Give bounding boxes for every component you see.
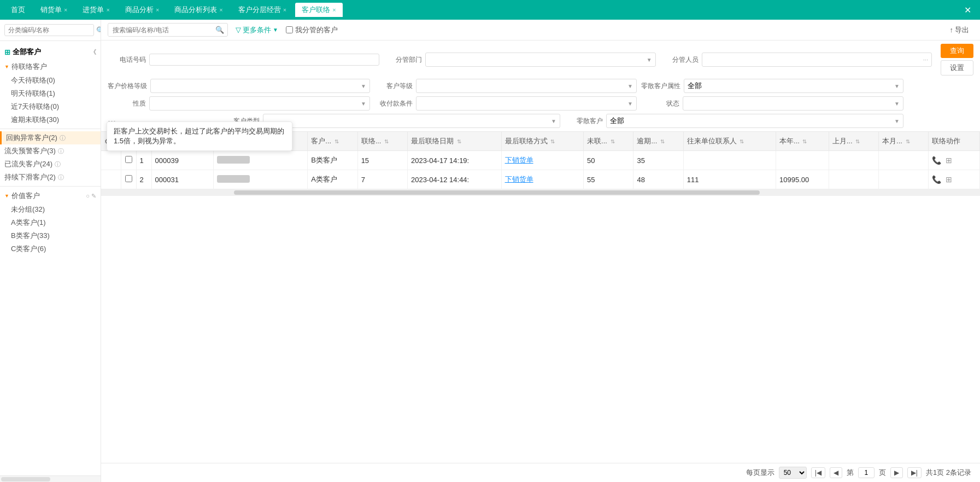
sidebar-item-tomorrow-pending[interactable]: 明天待联络(1) — [0, 87, 101, 100]
th-last-month[interactable]: 上月... ⇅ — [829, 132, 878, 151]
nav-tab-purchase[interactable]: 进货单 × — [76, 3, 116, 17]
dept-select[interactable]: ▼ — [425, 53, 655, 67]
nav-tab-analysis-list[interactable]: 商品分析列表 × — [168, 3, 229, 17]
nav-tab-analysis-label: 商品分析 — [125, 5, 154, 15]
sidebar-all-customers[interactable]: ⊞ 全部客户 《 — [0, 44, 101, 60]
nav-tab-customer-contact-close[interactable]: × — [332, 7, 336, 13]
payment-select[interactable]: ▼ — [416, 96, 637, 111]
action-icons-2: 📞 ⊞ — [932, 175, 976, 184]
customer-type-select[interactable]: ▼ — [263, 114, 560, 128]
nav-tab-analysis[interactable]: 商品分析 × — [119, 3, 166, 17]
settings-button[interactable]: 设置 — [941, 60, 973, 76]
nav-tab-analysis-list-close[interactable]: × — [219, 7, 222, 13]
valuable-customers-section[interactable]: ▼ 价值客户 ○ ✎ — [0, 189, 101, 203]
customer-level-select[interactable]: ▼ — [416, 79, 637, 93]
sidebar-horizontal-scroll[interactable] — [0, 475, 101, 482]
pending-contact-section[interactable]: ▼ 待联络客户 — [0, 60, 101, 74]
retail-customer-value: 全部 — [610, 116, 624, 126]
advanced-filters: 电话号码 分管部门 ▼ 分管人员 ··· — [101, 40, 980, 132]
sidebar-tree: ⊞ 全部客户 《 ▼ 待联络客户 今天待联络(0) 明天待联络(1) 近7天待联… — [0, 41, 101, 475]
action-icon-grid-2[interactable]: ⊞ — [946, 175, 952, 184]
sidebar-item-lost-customers[interactable]: 已流失客户(24) ⓘ — [0, 158, 101, 171]
action-icon-grid-1[interactable]: ⊞ — [946, 156, 952, 165]
status-select[interactable]: ▼ — [683, 96, 903, 111]
retail-customer-select[interactable]: 全部 ▼ — [606, 114, 903, 128]
nav-tab-purchase-close[interactable]: × — [106, 7, 109, 13]
edit-icon[interactable]: ○ ✎ — [86, 193, 96, 200]
th-this-month[interactable]: 本月... ⇅ — [879, 132, 929, 151]
query-button[interactable]: 查询 — [941, 44, 973, 58]
sidebar-item-today-pending[interactable]: 今天待联络(0) — [0, 74, 101, 87]
valuable-label: 价值客户 — [11, 191, 40, 201]
page-number-input[interactable] — [858, 467, 875, 478]
th-contact[interactable]: 联络... ⇅ — [357, 132, 407, 151]
my-customers-checkbox-label[interactable]: 我分管的客户 — [286, 25, 338, 35]
td-date-1: 2023-04-17 14:19: — [407, 151, 501, 170]
filter-dept-field: 分管部门 ▼ — [384, 53, 655, 67]
th-this-year[interactable]: 本年... ⇅ — [776, 132, 829, 151]
td-settings-2 — [101, 170, 121, 189]
left-sidebar: 🔍 ⊞ 全部客户 《 ▼ 待联络客户 今天待联络(0) 明天待联络(1) — [0, 20, 101, 482]
filter-retail-attr-field: 零散客户属性 全部 ▼ — [641, 79, 903, 93]
nav-tab-customer-tier[interactable]: 客户分层经营 × — [232, 3, 293, 17]
nav-tab-customer-contact[interactable]: 客户联络 × — [295, 3, 342, 17]
th-overdue[interactable]: 逾期... ⇅ — [633, 132, 683, 151]
phone-input[interactable] — [149, 54, 379, 66]
sidebar-item-c-class[interactable]: C类客户(6) — [0, 242, 101, 255]
export-button[interactable]: ↑ 导出 — [946, 24, 974, 37]
person-label: 分管人员 — [660, 55, 699, 65]
horizontal-scrollbar[interactable] — [101, 189, 980, 196]
last-page-button[interactable]: ▶| — [907, 467, 922, 478]
action-icon-phone-1[interactable]: 📞 — [932, 156, 941, 165]
th-last-contact-method[interactable]: 最后联络方式 ⇅ — [501, 132, 584, 151]
method-link-2[interactable]: 下销货单 — [505, 175, 533, 183]
sidebar-item-b-class[interactable]: B类客户(33) — [0, 229, 101, 242]
nav-tab-analysis-close[interactable]: × — [156, 7, 159, 13]
method-link-1[interactable]: 下销货单 — [505, 156, 533, 164]
nav-tab-sales-close[interactable]: × — [64, 7, 67, 13]
sort-contact-icon: ⇅ — [384, 138, 389, 144]
gender-select[interactable]: ▼ — [149, 96, 370, 111]
sidebar-item-overdue-contact[interactable]: 逾期未联络(30) — [0, 113, 101, 126]
prev-page-button[interactable]: ◀ — [830, 467, 842, 478]
td-checkbox-1 — [121, 151, 136, 170]
sidebar-item-7days-pending[interactable]: 近7天待联络(0) — [0, 100, 101, 113]
next-page-button[interactable]: ▶ — [890, 467, 903, 478]
th-no-contact[interactable]: 未联... ⇅ — [584, 132, 633, 151]
filter-row-3: 性质 ▼ 收付款条件 ▼ 状态 — [108, 96, 973, 111]
sidebar-item-declining[interactable]: 持续下滑客户(2) ⓘ — [0, 171, 101, 184]
nav-tab-customer-tier-close[interactable]: × — [283, 7, 286, 13]
sidebar-search-icon[interactable]: 🔍 — [96, 26, 101, 34]
th-unit-contact[interactable]: 往来单位联系人 ⇅ — [683, 132, 776, 151]
sidebar-search-input[interactable] — [4, 24, 94, 36]
sidebar-item-unclassified[interactable]: 未分组(32) — [0, 203, 101, 216]
sidebar-item-a-class[interactable]: A类客户(1) — [0, 216, 101, 229]
retail-attr-select[interactable]: 全部 ▼ — [684, 79, 903, 93]
person-select[interactable]: ··· — [702, 53, 932, 67]
action-icons-1: 📞 ⊞ — [932, 156, 976, 165]
my-customers-checkbox[interactable] — [286, 26, 293, 33]
search-input[interactable] — [108, 24, 212, 36]
sort-unitcontact-icon: ⇅ — [740, 138, 744, 144]
sidebar-item-lost-warn[interactable]: 流失预警客户(3) ⓘ — [0, 144, 101, 158]
action-icon-phone-2[interactable]: 📞 — [932, 175, 941, 184]
first-page-button[interactable]: |◀ — [811, 467, 825, 478]
td-contact-1: 15 — [357, 151, 407, 170]
close-all-button[interactable]: ✕ — [960, 5, 976, 15]
nav-tab-home[interactable]: 首页 — [4, 3, 32, 17]
nav-tab-sales[interactable]: 销货单 × — [34, 3, 74, 17]
row2-checkbox[interactable] — [125, 175, 132, 182]
price-level-select[interactable]: ▼ — [150, 79, 370, 93]
td-action-2: 📞 ⊞ — [929, 170, 980, 189]
th-customer-type[interactable]: 客户... ⇅ — [308, 132, 357, 151]
per-page-select[interactable]: 50 20 100 — [779, 467, 807, 479]
row1-checkbox[interactable] — [125, 156, 132, 163]
td-thisyear-1 — [776, 151, 829, 170]
search-button[interactable]: 🔍 — [212, 24, 227, 36]
td-lastmonth-1 — [829, 151, 878, 170]
more-conditions-button[interactable]: ▽ 更多条件 ▼ — [232, 24, 281, 37]
sidebar-item-repurchase-abnormal[interactable]: 回购异常客户(2) ⓘ — [0, 131, 101, 144]
filter-row-2: 客户价格等级 ▼ 客户等级 ▼ 零散客户属性 全部 — [108, 79, 973, 93]
th-last-contact-date[interactable]: 最后联络日期 ⇅ — [407, 132, 501, 151]
collapse-icon[interactable]: 《 — [90, 48, 96, 56]
